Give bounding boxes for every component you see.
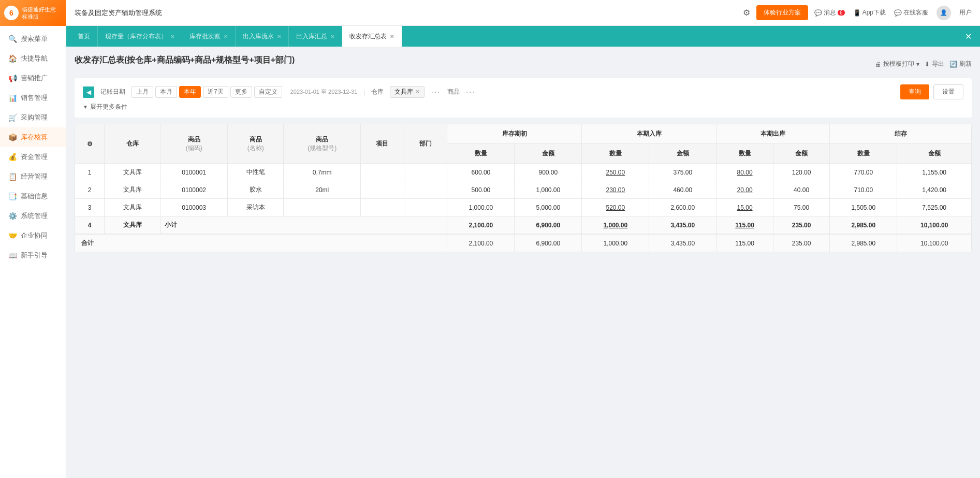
- sidebar-label-purchase: 采购管理: [21, 113, 48, 122]
- home-icon: 🏠: [8, 54, 17, 63]
- subtotal-row: 4 文具库 小计 2,100.00 6,900.00 1,000.00 3,43…: [75, 216, 972, 235]
- settings-button[interactable]: 设置: [933, 84, 963, 99]
- date-btn-last-month[interactable]: 上月: [131, 86, 153, 98]
- cell-in-qty[interactable]: 230.00: [582, 181, 649, 199]
- finance-icon: 💰: [8, 153, 17, 161]
- refresh-button[interactable]: 🔄 刷新: [949, 60, 972, 68]
- date-btn-more[interactable]: 更多: [230, 86, 252, 98]
- cell-dept: [404, 164, 447, 181]
- th-closing-qty: 数量: [830, 144, 897, 164]
- cell-out-qty[interactable]: 20.00: [716, 181, 773, 199]
- tab-inout-summary[interactable]: 出入库汇总 ✕: [289, 26, 342, 47]
- subtotal-in-qty[interactable]: 1,000.00: [582, 216, 649, 235]
- warehouse-dots[interactable]: ···: [431, 88, 441, 97]
- cell-code: 0100001: [160, 164, 228, 181]
- user-label[interactable]: 用户: [959, 8, 972, 17]
- total-out-amt: 235.00: [773, 234, 830, 252]
- main-area: 装备及固定资产辅助管理系统 ⚙ 体验行业方案 💬 消息 6 📱 App下载 💬 …: [66, 0, 980, 478]
- subtotal-out-qty[interactable]: 115.00: [716, 216, 773, 235]
- tab-close-inout-flow[interactable]: ✕: [277, 34, 281, 39]
- tab-recv-send-summary[interactable]: 收发存汇总表 ✕: [342, 26, 402, 47]
- cell-spec: [284, 199, 361, 216]
- sidebar-item-operations[interactable]: 📋 经营管理: [0, 167, 66, 186]
- cell-opening-amt: 900.00: [515, 164, 582, 181]
- notification-badge: 6: [838, 10, 845, 16]
- subtotal-opening-qty: 2,100.00: [447, 216, 515, 235]
- filter-toggle-btn[interactable]: ◀: [83, 86, 94, 98]
- sidebar-item-purchase[interactable]: 🛒 采购管理: [0, 108, 66, 127]
- user-avatar[interactable]: 👤: [937, 6, 951, 20]
- sidebar-item-guide[interactable]: 📖 新手引导: [0, 245, 66, 265]
- tab-stock-dist[interactable]: 现存量（库存分布表） ✕: [98, 26, 182, 47]
- sidebar-item-search[interactable]: 🔍 搜索菜单: [0, 29, 66, 49]
- th-code: 商品(编码): [160, 124, 228, 164]
- tab-close-stock-dist[interactable]: ✕: [170, 34, 174, 39]
- th-spec: 商品(规格型号): [284, 124, 361, 164]
- goods-label: 商品: [447, 88, 460, 96]
- gear-icon[interactable]: ⚙: [743, 8, 750, 18]
- tab-batch[interactable]: 库存批次账 ✕: [182, 26, 236, 47]
- app-download-button[interactable]: 📱 App下载: [853, 8, 886, 17]
- sidebar-item-quicknav[interactable]: 🏠 快捷导航: [0, 49, 66, 68]
- print-button[interactable]: 🖨 按模板打印 ▾: [875, 60, 919, 68]
- cell-warehouse: 文具库: [105, 181, 160, 199]
- th-name: 商品(名称): [228, 124, 284, 164]
- trial-button[interactable]: 体验行业方案: [756, 5, 808, 20]
- sidebar-header: 6 畅捷通好生意 标准版: [0, 0, 66, 26]
- cell-out-amt: 120.00: [773, 164, 830, 181]
- expand-more-btn[interactable]: ▼ 展开更多条件: [83, 99, 963, 111]
- sidebar-item-finance[interactable]: 💰 资金管理: [0, 147, 66, 167]
- th-opening-group: 库存期初: [447, 124, 582, 144]
- sidebar: 6 畅捷通好生意 标准版 🔍 搜索菜单 🏠 快捷导航 📢 营销推广 📊 销售管理…: [0, 0, 66, 478]
- total-label: 合计: [75, 234, 447, 252]
- cell-in-qty[interactable]: 520.00: [582, 199, 649, 216]
- inventory-icon: 📦: [8, 133, 17, 141]
- notification-button[interactable]: 💬 消息 6: [814, 8, 845, 17]
- sidebar-item-collab[interactable]: 🤝 企业协同: [0, 226, 66, 245]
- sidebar-label-guide: 新手引导: [21, 251, 48, 260]
- cell-code: 0100002: [160, 181, 228, 199]
- th-opening-qty: 数量: [447, 144, 515, 164]
- th-warehouse: 仓库: [105, 124, 160, 164]
- table-row: 1 文具库 0100001 中性笔 0.7mm 600.00 900.00 25…: [75, 164, 972, 181]
- cell-warehouse: 文具库: [105, 199, 160, 216]
- cell-in-qty[interactable]: 250.00: [582, 164, 649, 181]
- date-btn-this-year[interactable]: 本年: [179, 86, 201, 98]
- sidebar-item-basic[interactable]: 📑 基础信息: [0, 186, 66, 206]
- tab-close-recv-send-summary[interactable]: ✕: [390, 34, 394, 39]
- sidebar-label-quicknav: 快捷导航: [21, 54, 48, 63]
- online-service-button[interactable]: 💬 在线客服: [894, 8, 928, 17]
- page-header: 收发存汇总表(按仓库+商品编码+商品+规格型号+项目+部门) 🖨 按模板打印 ▾…: [75, 55, 972, 73]
- cell-dept: [404, 199, 447, 216]
- table-row: 2 文具库 0100002 胶水 20ml 500.00 1,000.00 23…: [75, 181, 972, 199]
- tab-inout-flow[interactable]: 出入库流水 ✕: [236, 26, 289, 47]
- close-all-tabs[interactable]: ✕: [961, 32, 976, 41]
- date-btn-custom[interactable]: 自定义: [254, 86, 282, 98]
- tab-home[interactable]: 首页: [70, 26, 98, 47]
- cell-out-amt: 40.00: [773, 181, 830, 199]
- cell-out-qty[interactable]: 80.00: [716, 164, 773, 181]
- goods-dots[interactable]: ···: [466, 88, 476, 97]
- topbar-actions: 💬 消息 6 📱 App下载 💬 在线客服 👤 用户: [814, 6, 972, 20]
- date-btn-7days[interactable]: 近7天: [203, 86, 228, 98]
- sidebar-label-sales: 销售管理: [21, 93, 48, 103]
- total-in-amt: 3,435.00: [649, 234, 716, 252]
- warehouse-tag-close[interactable]: ✕: [415, 89, 420, 95]
- sidebar-label-system: 系统管理: [21, 211, 48, 221]
- export-button[interactable]: ⬇ 导出: [925, 60, 944, 68]
- sidebar-item-inventory[interactable]: 📦 库存核算: [0, 127, 66, 147]
- tabbar: 首页 现存量（库存分布表） ✕ 库存批次账 ✕ 出入库流水 ✕ 出入库汇总 ✕ …: [66, 26, 980, 47]
- cell-out-qty[interactable]: 15.00: [716, 199, 773, 216]
- cell-dept: [404, 181, 447, 199]
- sidebar-item-sales[interactable]: 📊 销售管理: [0, 88, 66, 108]
- sidebar-item-marketing[interactable]: 📢 营销推广: [0, 68, 66, 88]
- th-settings[interactable]: ⚙: [75, 124, 105, 164]
- th-out-group: 本期出库: [716, 124, 830, 144]
- query-button[interactable]: 查询: [900, 84, 929, 99]
- date-btn-this-month[interactable]: 本月: [155, 86, 177, 98]
- tab-close-inout-summary[interactable]: ✕: [330, 34, 334, 39]
- warehouse-tag[interactable]: 文具库 ✕: [390, 86, 425, 98]
- sidebar-item-system[interactable]: ⚙️ 系统管理: [0, 206, 66, 226]
- column-settings-icon[interactable]: ⚙: [87, 140, 93, 148]
- tab-close-batch[interactable]: ✕: [224, 34, 228, 39]
